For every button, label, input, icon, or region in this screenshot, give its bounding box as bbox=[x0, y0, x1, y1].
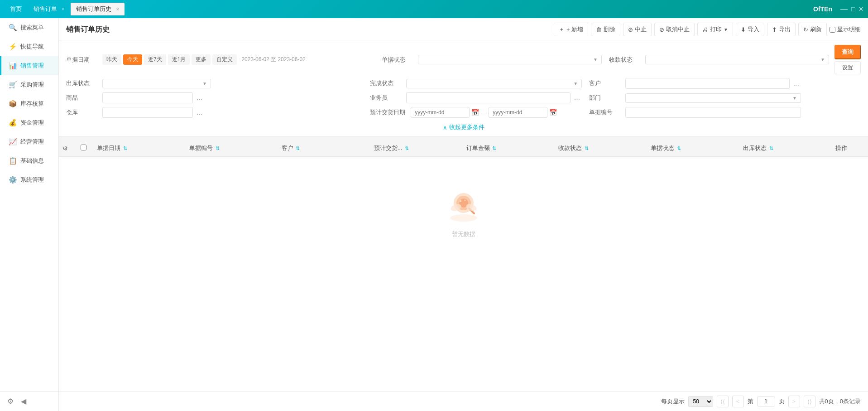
th-amount-sort-icon[interactable]: ⇅ bbox=[492, 145, 496, 151]
th-payment-sort-icon[interactable]: ⇅ bbox=[585, 145, 589, 151]
print-btn[interactable]: 🖨 打印 ▼ bbox=[697, 23, 733, 36]
sidebar-item-purchase-mgmt[interactable]: 🛒 采购管理 bbox=[0, 75, 58, 94]
payment-status-select[interactable]: ▼ bbox=[645, 55, 829, 64]
pagination-next-btn[interactable]: ＞ bbox=[788, 396, 800, 407]
sidebar-item-fund-mgmt[interactable]: 💰 资金管理 bbox=[0, 113, 58, 132]
sidebar-item-sales-mgmt[interactable]: 📊 销售管理 bbox=[0, 56, 58, 75]
th-number[interactable]: 单据编号 ⇅ bbox=[186, 140, 278, 157]
department-select[interactable]: ▼ bbox=[625, 93, 801, 103]
date-btn-7days[interactable]: 近7天 bbox=[144, 54, 166, 65]
tab-home-label: 首页 bbox=[10, 5, 22, 13]
customer-input[interactable] bbox=[625, 78, 790, 89]
customer-dots-icon[interactable]: ... bbox=[791, 79, 801, 87]
delivery-start-input[interactable] bbox=[411, 107, 470, 118]
sidebar-item-inventory-check[interactable]: 📦 库存核算 bbox=[0, 94, 58, 113]
cancel-stop-label: 取消中止 bbox=[666, 25, 690, 34]
sidebar-item-system-mgmt[interactable]: ⚙️ 系统管理 bbox=[0, 170, 58, 189]
tab-sales-order[interactable]: 销售订单 × bbox=[28, 3, 70, 15]
new-btn[interactable]: ＋ + 新增 bbox=[554, 23, 588, 36]
date-btn-today[interactable]: 今天 bbox=[123, 54, 142, 65]
th-number-sort-icon[interactable]: ⇅ bbox=[216, 145, 220, 151]
complete-status-arrow-icon: ▼ bbox=[573, 81, 578, 86]
th-outbound-status[interactable]: 出库状态 ⇅ bbox=[739, 140, 832, 157]
settings-btn[interactable]: 设置 bbox=[834, 61, 861, 74]
sidebar-settings-icon[interactable]: ⚙ bbox=[7, 397, 14, 406]
sidebar-collapse-icon[interactable]: ◀ bbox=[21, 397, 26, 406]
stop-icon: ⊘ bbox=[628, 26, 633, 33]
th-order-status[interactable]: 单据状态 ⇅ bbox=[647, 140, 739, 157]
sidebar-item-quick-nav[interactable]: ⚡ 快捷导航 bbox=[0, 37, 58, 56]
th-check[interactable] bbox=[77, 140, 93, 157]
th-amount[interactable]: 订单金额 ⇅ bbox=[463, 140, 555, 157]
th-date[interactable]: 单据日期 ⇅ bbox=[93, 140, 186, 157]
salesperson-dots-icon[interactable]: ... bbox=[572, 94, 582, 102]
query-btn[interactable]: 查询 bbox=[834, 45, 861, 59]
filter-field-delivery-date: 预计交货日期 📅 — 📅 bbox=[370, 107, 582, 118]
th-order-sort-icon[interactable]: ⇅ bbox=[677, 145, 681, 151]
page-size-select[interactable]: 50 20 100 bbox=[688, 396, 713, 407]
display-detail-checkbox[interactable] bbox=[830, 27, 835, 33]
order-status-select[interactable]: ▼ bbox=[418, 55, 602, 64]
window-close-btn[interactable]: × bbox=[858, 5, 863, 14]
pagination-prev-btn[interactable]: ＜ bbox=[732, 396, 744, 407]
export-label: 导出 bbox=[779, 25, 791, 34]
settings-icon[interactable]: ⚙ bbox=[62, 145, 68, 152]
th-payment-status[interactable]: 收款状态 ⇅ bbox=[555, 140, 647, 157]
page-number-input[interactable] bbox=[757, 396, 775, 406]
tab-sales-order-history-close[interactable]: × bbox=[116, 6, 119, 12]
th-delivery[interactable]: 预计交货... ⇅ bbox=[370, 140, 463, 157]
topbar-tabs: 首页 销售订单 × 销售订单历史 × bbox=[5, 3, 813, 15]
date-filter-label: 单据日期 bbox=[66, 56, 102, 64]
collapse-bar[interactable]: ∧ 收起更多条件 bbox=[66, 121, 861, 131]
goods-dots-icon[interactable]: ... bbox=[195, 94, 204, 102]
stop-btn[interactable]: ⊘ 中止 bbox=[623, 23, 652, 36]
order-number-input[interactable] bbox=[625, 107, 801, 118]
delivery-end-input[interactable] bbox=[489, 107, 547, 118]
sidebar-item-operation-mgmt[interactable]: 📈 经营管理 bbox=[0, 132, 58, 151]
select-all-checkbox[interactable] bbox=[81, 145, 86, 150]
delivery-start-calendar-icon[interactable]: 📅 bbox=[471, 109, 479, 116]
goods-input[interactable] bbox=[102, 92, 193, 103]
delete-btn[interactable]: 🗑 删除 bbox=[591, 23, 620, 36]
purchase-mgmt-icon: 🛒 bbox=[9, 81, 17, 89]
th-delivery-sort-icon[interactable]: ⇅ bbox=[405, 145, 409, 151]
tab-sales-order-close[interactable]: × bbox=[62, 6, 64, 12]
search-menu-icon: 🔍 bbox=[9, 24, 17, 32]
sidebar-item-search-menu[interactable]: 🔍 搜索菜单 bbox=[0, 18, 58, 37]
th-date-sort-icon[interactable]: ⇅ bbox=[123, 145, 127, 151]
window-minimize-btn[interactable]: — bbox=[840, 5, 848, 13]
quick-nav-icon: ⚡ bbox=[9, 43, 17, 51]
import-btn[interactable]: ⬇ 导入 bbox=[736, 23, 764, 36]
outbound-status-select[interactable]: ▼ bbox=[102, 79, 211, 88]
filter-field-complete-status: 完成状态 ▼ bbox=[370, 79, 582, 88]
th-payment-status-label: 收款状态 bbox=[558, 145, 582, 151]
salesperson-input[interactable] bbox=[406, 92, 571, 103]
th-outbound-sort-icon[interactable]: ⇅ bbox=[769, 145, 773, 151]
delivery-end-calendar-icon[interactable]: 📅 bbox=[549, 109, 557, 116]
date-btn-custom[interactable]: 自定义 bbox=[212, 54, 237, 65]
date-btn-more[interactable]: 更多 bbox=[192, 54, 211, 65]
refresh-btn[interactable]: ↻ 刷新 bbox=[798, 23, 827, 36]
th-date-label: 单据日期 bbox=[97, 145, 120, 151]
th-customer[interactable]: 客户 ⇅ bbox=[278, 140, 370, 157]
pagination-last-btn[interactable]: ⟩⟩ bbox=[804, 396, 815, 407]
date-filter-control: 昨天 今天 近7天 近1月 更多 自定义 2023-06-02 至 2023-0… bbox=[102, 54, 374, 65]
outbound-status-label: 出库状态 bbox=[66, 79, 102, 87]
sidebar-item-quick-nav-label: 快捷导航 bbox=[20, 43, 44, 51]
date-btn-1month[interactable]: 近1月 bbox=[168, 54, 190, 65]
filter-field-customer: 客户 ... bbox=[589, 78, 801, 89]
display-detail-toggle[interactable]: 显示明细 bbox=[830, 25, 861, 34]
tab-sales-order-history[interactable]: 销售订单历史 × bbox=[71, 3, 124, 15]
complete-status-select[interactable]: ▼ bbox=[406, 79, 582, 88]
th-settings[interactable]: ⚙ bbox=[59, 140, 77, 157]
warehouse-input[interactable] bbox=[102, 107, 193, 118]
tab-home[interactable]: 首页 bbox=[5, 3, 27, 15]
date-btn-yesterday[interactable]: 昨天 bbox=[102, 54, 121, 65]
sidebar-item-basic-info[interactable]: 📋 基础信息 bbox=[0, 151, 58, 170]
cancel-stop-btn[interactable]: ⊘ 取消中止 bbox=[654, 23, 695, 36]
export-btn[interactable]: ⬆ 导出 bbox=[767, 23, 796, 36]
th-customer-sort-icon[interactable]: ⇅ bbox=[296, 145, 300, 151]
warehouse-dots-icon[interactable]: ... bbox=[195, 108, 204, 116]
window-maximize-btn[interactable]: □ bbox=[851, 5, 855, 13]
pagination-first-btn[interactable]: ⟨⟨ bbox=[717, 396, 729, 407]
